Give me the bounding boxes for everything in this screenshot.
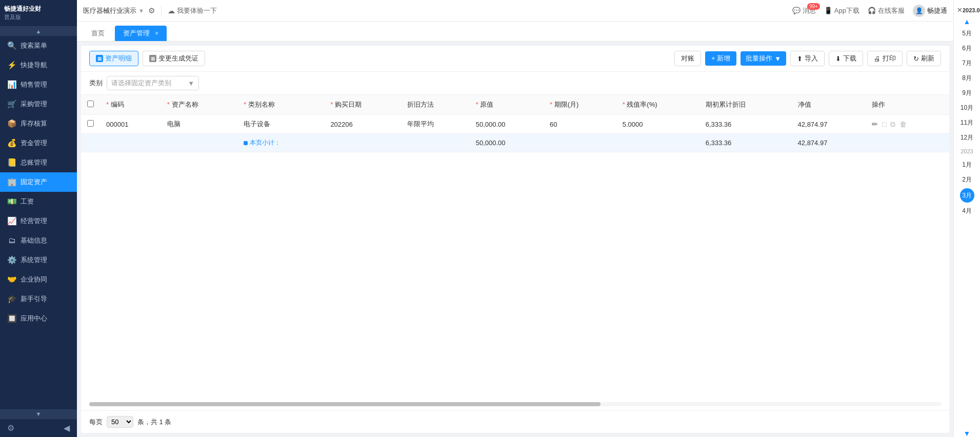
print-button[interactable]: 🖨 打印 (867, 51, 903, 66)
cell-depreciation-method: 年限平均 (401, 115, 470, 134)
month-3-current[interactable]: 3月 (960, 188, 974, 203)
user-menu[interactable]: 👤 畅捷通 (913, 5, 947, 17)
month-6[interactable]: 6月 (954, 41, 980, 56)
subtotal-empty-2 (100, 134, 161, 152)
company-selector[interactable]: 医疗器械行业演示 ▼ (83, 6, 144, 15)
gear-icon[interactable]: ⚙ (148, 6, 155, 15)
salary-icon: 💵 (7, 197, 16, 206)
message-badge: 99+ (807, 3, 820, 10)
sidebar-item-basicinfo[interactable]: 🗂 基础信息 (0, 231, 77, 250)
sidebar-item-ledger[interactable]: 📒 总账管理 (0, 153, 77, 172)
month-7[interactable]: 7月 (954, 56, 980, 71)
cell-purchase-date: 202206 (324, 115, 401, 134)
subtotal-text: 本页小计： (250, 138, 281, 147)
sidebar-item-guide[interactable]: 🎓 新手引导 (0, 289, 77, 309)
company-name: 医疗器械行业演示 (83, 6, 136, 15)
reconcile-button[interactable]: 对账 (674, 51, 701, 66)
category-filter[interactable]: 请选择固定资产类别 ▼ (107, 76, 199, 90)
month-11[interactable]: 11月 (954, 115, 980, 130)
sidebar-item-quicknav[interactable]: ⚡ 快捷导航 (0, 55, 77, 75)
duplicate-icon[interactable]: ⧉ (890, 120, 895, 129)
month-5[interactable]: 5月 (954, 26, 980, 41)
month-2[interactable]: 2月 (954, 172, 980, 187)
sidebar-item-appcenter[interactable]: 🔲 应用中心 (0, 309, 77, 328)
right-panel-close-icon[interactable]: ✕ (957, 6, 963, 14)
app-name: 畅捷通好业财 (4, 5, 41, 13)
sidebar-item-system[interactable]: ⚙️ 系统管理 (0, 250, 77, 270)
month-1[interactable]: 1月 (954, 157, 980, 172)
refresh-button[interactable]: ↻ 刷新 (907, 51, 941, 66)
subtab-asset-detail[interactable]: ▦ 资产明细 (89, 51, 138, 66)
sidebar-item-inventory[interactable]: 📦 库存核算 (0, 114, 77, 133)
download-icon: ⬇ (835, 55, 841, 63)
building-icon: 🏢 (7, 177, 16, 187)
edit-icon[interactable]: ✏ (872, 120, 878, 129)
tab-close-icon[interactable]: × (155, 29, 159, 37)
action-icons: ✏ □ ⧉ 🗑 (872, 120, 943, 129)
collapse-icon[interactable]: ◀ (64, 423, 70, 433)
sidebar-item-management[interactable]: 📈 经营管理 (0, 211, 77, 231)
month-4[interactable]: 4月 (954, 204, 980, 218)
search-icon: 🔍 (7, 41, 16, 50)
sidebar-scroll-down[interactable]: ▼ (0, 409, 77, 419)
app-download-btn[interactable]: 📱 App下载 (824, 6, 859, 15)
sidebar-item-fixedassets[interactable]: 🏢 固定资产 (0, 172, 77, 192)
message-icon: 💬 (792, 7, 801, 14)
sidebar-item-search[interactable]: 🔍 搜索菜单 (0, 36, 77, 55)
subtotal-row: 本页小计： 50,000.00 6,333.36 42,874.97 (81, 134, 949, 152)
new-button[interactable]: + 新增 (705, 51, 736, 66)
filter-label: 类别 (89, 78, 103, 88)
app-edition: 普及版 (4, 13, 41, 21)
delete-icon[interactable]: 🗑 (899, 120, 907, 129)
app-download-label: App下载 (834, 6, 859, 15)
import-button[interactable]: ⬆ 导入 (790, 51, 825, 66)
subtab-change-voucher[interactable]: ▦ 变更生成凭证 (143, 51, 205, 66)
settings-icon[interactable]: ⚙ (7, 423, 14, 433)
month-10[interactable]: 10月 (954, 101, 980, 115)
month-8[interactable]: 8月 (954, 71, 980, 86)
sidebar-item-finance[interactable]: 💰 资金管理 (0, 133, 77, 153)
trend-icon: 📈 (7, 216, 16, 226)
per-page-select[interactable]: 50 10 20 100 (107, 416, 133, 428)
online-service-label: 在线客服 (878, 6, 905, 15)
month-9[interactable]: 9月 (954, 86, 980, 101)
cell-actions: ✏ □ ⧉ 🗑 (866, 115, 949, 134)
tab-home[interactable]: 首页 (83, 26, 113, 41)
print-icon: 🖨 (874, 55, 881, 63)
sidebar-item-salary[interactable]: 💵 工资 (0, 192, 77, 211)
sidebar-item-label: 经营管理 (21, 216, 47, 226)
experience-btn[interactable]: ☁ 我要体验一下 (168, 6, 217, 15)
online-service-btn[interactable]: 🎧 在线客服 (868, 6, 905, 15)
batch-ops-button[interactable]: 批量操作 ▼ (741, 51, 786, 66)
year-down-arrow[interactable]: ▼ (964, 430, 971, 437)
tab-asset-management[interactable]: 资产管理 × (115, 26, 167, 41)
row-checkbox[interactable] (87, 120, 94, 127)
sidebar-scroll-up[interactable]: ▲ (0, 27, 77, 36)
sidebar-item-label: 快捷导航 (21, 61, 47, 70)
cell-residual-rate: 5.0000 (616, 115, 699, 134)
topbar-right: 💬 消息 99+ 📱 App下载 🎧 在线客服 👤 畅捷通 (792, 5, 947, 17)
sidebar-item-label: 采购管理 (21, 100, 47, 109)
col-original-value: 原值 (470, 95, 544, 115)
message-btn[interactable]: 💬 消息 99+ (792, 6, 816, 15)
cloud-icon: ☁ (168, 7, 175, 15)
select-all-checkbox[interactable] (87, 101, 94, 107)
sidebar-item-collab[interactable]: 🤝 企业协同 (0, 270, 77, 289)
year-up-arrow[interactable]: ▲ (964, 18, 971, 25)
sidebar-item-label: 新手引导 (21, 294, 47, 304)
asset-table: 编码 资产名称 类别名称 购买日期 折旧方法 原值 期限(月) 残值率(%) 期… (81, 95, 949, 152)
sidebar-item-sales[interactable]: 📊 销售管理 (0, 75, 77, 94)
horizontal-scrollbar[interactable] (89, 402, 941, 406)
month-12[interactable]: 12月 (954, 130, 980, 145)
company-dropdown-icon: ▼ (138, 8, 144, 14)
per-page-label: 每页 (89, 418, 103, 427)
table-row: 000001 电脑 电子设备 202206 年限平均 50,000.00 60 … (81, 115, 949, 134)
copy-icon[interactable]: □ (882, 120, 886, 129)
sidebar-item-purchase[interactable]: 🛒 采购管理 (0, 94, 77, 114)
handshake-icon: 🤝 (7, 275, 16, 284)
col-purchase-date: 购买日期 (324, 95, 401, 115)
main-area: 医疗器械行业演示 ▼ ⚙ ☁ 我要体验一下 💬 消息 99+ 📱 App下载 🎧… (77, 0, 953, 437)
sidebar-item-label: 基础信息 (21, 236, 47, 245)
pagination: 每页 50 10 20 100 条，共 1 条 (81, 410, 949, 433)
download-button[interactable]: ⬇ 下载 (829, 51, 863, 66)
